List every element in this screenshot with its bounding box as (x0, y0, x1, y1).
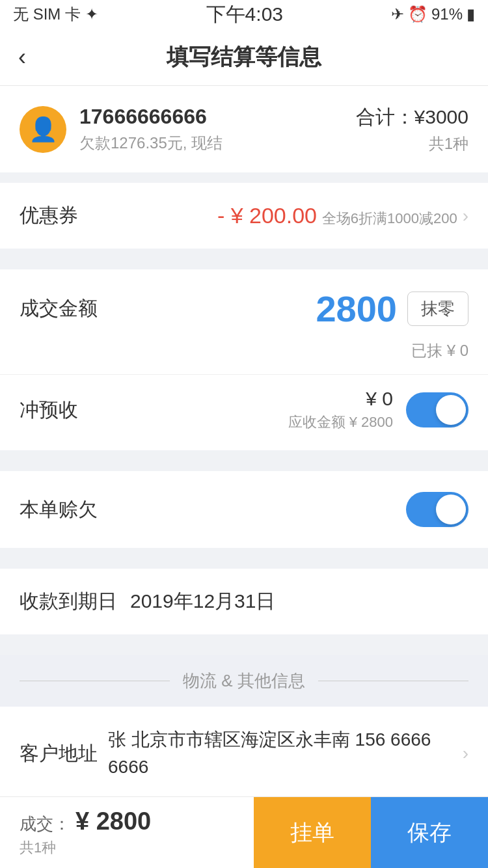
customer-total: 合计：¥3000 (356, 104, 468, 131)
customer-card: 👤 17666666666 欠款1276.35元, 现结 合计：¥3000 共1… (0, 86, 488, 172)
back-button[interactable]: ‹ (18, 44, 26, 71)
page-title: 填写结算等信息 (167, 42, 321, 72)
customer-debt: 欠款1276.35元, 现结 (79, 133, 223, 154)
alarm-icon: ⏰ (408, 5, 427, 23)
status-left: 无 SIM 卡 ✦ (13, 4, 98, 25)
bottom-deal-row: 成交： ¥ 2800 (20, 807, 234, 835)
due-date-label: 收款到期日 (20, 588, 117, 615)
customer-info: 17666666666 欠款1276.35元, 现结 (79, 105, 223, 154)
sim-status: 无 SIM 卡 ✦ (13, 4, 98, 25)
due-date-row: 收款到期日 2019年12月31日 (0, 569, 488, 634)
round-button[interactable]: 抹零 (407, 292, 468, 326)
spacer-4 (0, 645, 488, 655)
deal-amount: 2800 (316, 288, 397, 330)
customer-count: 共1种 (356, 133, 468, 154)
logistics-line-left (20, 681, 170, 681)
deal-sub-text: 已抹 ¥ 0 (0, 340, 488, 374)
prepay-label: 冲预收 (20, 397, 78, 424)
nav-bar: ‹ 填写结算等信息 (0, 29, 488, 86)
content-area: 👤 17666666666 欠款1276.35元, 现结 合计：¥3000 共1… (0, 86, 488, 868)
coupon-desc: 全场6折满1000减200 (322, 210, 457, 226)
avatar-icon: 👤 (29, 116, 58, 143)
bottom-summary: 成交： ¥ 2800 共1种 (0, 807, 254, 858)
bottom-count: 共1种 (20, 838, 234, 858)
logistics-text: 物流 & 其他信息 (183, 670, 305, 692)
deal-label: 成交金额 (20, 295, 98, 322)
due-date-value: 2019年12月31日 (130, 588, 275, 615)
prepay-desc: 应收金额 ¥ 2800 (288, 413, 393, 432)
hang-button[interactable]: 挂单 (254, 797, 371, 869)
bottom-deal-label: 成交： (20, 813, 70, 835)
status-bar: 无 SIM 卡 ✦ 下午4:03 ✈ ⏰ 91% ▮ (0, 0, 488, 29)
credit-label: 本单赊欠 (20, 496, 98, 523)
prepay-row: 冲预收 ¥ 0 应收金额 ¥ 2800 (0, 374, 488, 450)
coupon-section: 优惠券 - ¥ 200.00 全场6折满1000减200 › (0, 183, 488, 249)
prepay-toggle[interactable] (406, 392, 468, 427)
coupon-chevron-icon: › (463, 206, 468, 226)
spacer-3 (0, 558, 488, 569)
coupon-row[interactable]: 优惠券 - ¥ 200.00 全场6折满1000减200 › (0, 183, 488, 249)
status-right: ✈ ⏰ 91% ▮ (391, 5, 475, 23)
logistics-line-right (318, 681, 468, 681)
prepay-info: ¥ 0 应收金额 ¥ 2800 (288, 388, 393, 432)
address-content: 张 北京市市辖区海淀区永丰南 156 6666 6666 (108, 726, 447, 781)
save-button[interactable]: 保存 (371, 797, 488, 869)
deal-row: 成交金额 2800 抹零 (0, 269, 488, 340)
bottom-deal-amount: ¥ 2800 (75, 807, 151, 835)
coupon-label: 优惠券 (20, 202, 78, 229)
bottom-bar: 成交： ¥ 2800 共1种 挂单 保存 (0, 796, 488, 868)
credit-section: 本单赊欠 (0, 471, 488, 548)
customer-right: 合计：¥3000 共1种 (356, 104, 468, 154)
logistics-divider: 物流 & 其他信息 (0, 655, 488, 707)
customer-left: 👤 17666666666 欠款1276.35元, 现结 (20, 105, 223, 154)
deal-section: 成交金额 2800 抹零 已抹 ¥ 0 冲预收 ¥ 0 应收金额 ¥ 2800 (0, 269, 488, 450)
coupon-amount: - ¥ 200.00 (217, 203, 317, 228)
due-date-section: 收款到期日 2019年12月31日 (0, 569, 488, 634)
address-row[interactable]: 客户地址 张 北京市市辖区海淀区永丰南 156 6666 6666 › (0, 707, 488, 800)
credit-toggle[interactable] (406, 492, 468, 527)
credit-row: 本单赊欠 (0, 471, 488, 548)
battery-icon: ▮ (467, 5, 475, 23)
location-icon: ✈ (391, 5, 404, 23)
spacer-2 (0, 461, 488, 471)
prepay-amount: ¥ 0 (288, 388, 393, 410)
deal-right: 2800 抹零 (316, 288, 468, 330)
status-time: 下午4:03 (206, 1, 283, 28)
coupon-info: - ¥ 200.00 全场6折满1000减200 (217, 203, 457, 228)
battery-level: 91% (431, 5, 463, 23)
avatar: 👤 (20, 106, 66, 153)
prepay-right: ¥ 0 应收金额 ¥ 2800 (288, 388, 468, 432)
address-label: 客户地址 (20, 740, 98, 767)
customer-phone: 17666666666 (79, 105, 223, 129)
spacer-1 (0, 259, 488, 269)
address-chevron-icon: › (463, 743, 468, 764)
